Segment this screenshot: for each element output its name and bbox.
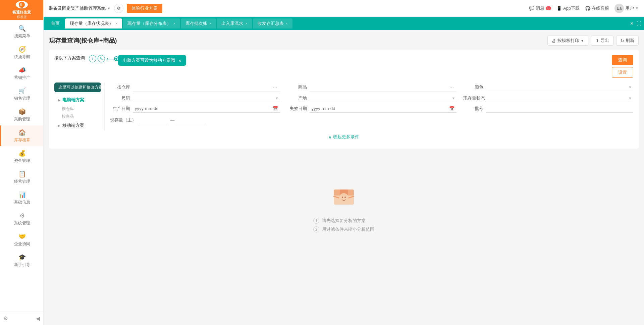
stock-status-select[interactable]: ▼ <box>488 96 633 101</box>
finance-icon: 💰 <box>18 150 26 157</box>
tab-close-batch-account[interactable]: × <box>209 21 211 25</box>
sidebar-item-finance[interactable]: 💰 资金管理 <box>0 146 43 167</box>
color-select[interactable]: ▼ <box>486 85 633 90</box>
stock-max-input[interactable] <box>177 116 206 124</box>
settings-icon[interactable]: ⚙ <box>3 315 8 322</box>
back-icon[interactable]: ⟵ <box>106 56 114 62</box>
sidebar-item-enterprise[interactable]: 🤝 企业协同 <box>0 229 43 250</box>
sidebar-item-guide-label: 快捷导航 <box>14 54 30 60</box>
sidebar-item-newbie[interactable]: 🎓 新手引导 <box>0 250 43 271</box>
reset-button[interactable]: 设置 <box>612 67 633 78</box>
warehouse-label: 按仓库 <box>110 84 130 90</box>
origin-arrow-icon: ▼ <box>451 96 455 100</box>
prod-date-calendar-icon[interactable]: 📅 <box>273 106 278 111</box>
sidebar-menu: 🔍 搜索菜单 🧭 快捷导航 📣 营销推广 🛒 销售管理 📦 采购管理 🏠 库存核… <box>0 20 43 312</box>
chevron-up-icon: ∧ <box>328 134 332 140</box>
tab-close-inout-flow[interactable]: × <box>245 21 247 25</box>
sidebar-item-purchase[interactable]: 📦 采购管理 <box>0 105 43 125</box>
sidebar-item-inventory[interactable]: 🏠 库存核算 <box>0 125 43 146</box>
avatar: Ea <box>614 4 624 13</box>
tab-close-all-icon[interactable]: ✕ <box>630 21 634 26</box>
filter-row4: 现存量（主） — <box>110 116 633 124</box>
tab-fullscreen-icon[interactable]: ⛶ <box>637 21 641 26</box>
chevron-down-icon: ▼ <box>107 6 111 10</box>
content-inner: 现存量查询(按仓库+商品) 🖨 按模板打印 ▼ ⬆ 导出 ↻ 刷新 <box>44 30 644 266</box>
logo-subtitle: 标准版 <box>17 15 27 19</box>
size-select[interactable]: ▼ <box>133 96 280 101</box>
tooltip-create-area: 这里可以创建和修改方案哦 × <box>54 83 101 92</box>
tab-inout-flow-label: 出入库流水 <box>221 20 243 26</box>
expire-date-label: 失效日期 <box>287 106 307 112</box>
scheme-popup-container: 电脑方案可设为移动方案哦 × <box>118 55 186 66</box>
app-download-label: App下载 <box>563 5 580 11</box>
tab-batch-account[interactable]: 库存批次账 × <box>181 18 216 29</box>
system-title[interactable]: 装备及固定资产辅助管理系统 ▼ <box>49 5 111 11</box>
collapse-sidebar-icon[interactable]: ◀ <box>36 315 40 322</box>
empty-steps: 1 请先选择要分析的方案 2 用过滤条件来缩小分析范围 <box>313 216 374 234</box>
search-button[interactable]: 查询 <box>612 55 633 65</box>
expire-date-input[interactable] <box>312 106 448 111</box>
sidebar-item-marketing[interactable]: 📣 营销推广 <box>0 63 43 84</box>
tab-close-inventory-dist[interactable]: × <box>173 21 175 25</box>
sidebar-bottom: ⚙ ◀ <box>0 312 43 325</box>
prod-date-input[interactable] <box>135 106 271 111</box>
guide-dot <box>115 57 118 60</box>
edit-scheme-btn[interactable]: ✎ <box>98 55 105 62</box>
tab-inventory-status[interactable]: 现存量（库存状况表） × <box>65 18 122 29</box>
page-header: 现存量查询(按仓库+商品) 🖨 按模板打印 ▼ ⬆ 导出 ↻ 刷新 <box>49 36 639 46</box>
tab-home[interactable]: 首页 <box>46 18 64 29</box>
sidebar-item-guide[interactable]: 🧭 快捷导航 <box>0 42 43 63</box>
topbar-settings-button[interactable]: ⚙ <box>114 4 123 13</box>
app-download-btn[interactable]: 📱 App下载 <box>556 5 580 11</box>
topbar-left: 装备及固定资产辅助管理系统 ▼ ⚙ 体验行业方案 <box>49 4 162 13</box>
industry-btn[interactable]: 体验行业方案 <box>127 4 162 13</box>
filter-prod-date: 生产日期 📅 <box>110 105 280 113</box>
sidebar-item-basic[interactable]: 📊 基础信息 <box>0 188 43 209</box>
warehouse-input[interactable] <box>134 83 271 91</box>
expire-date-calendar-icon[interactable]: 📅 <box>449 106 454 111</box>
tab-inout-flow[interactable]: 出入库流水 × <box>217 18 252 29</box>
stock-min-input[interactable] <box>139 116 168 124</box>
tab-collect-summary[interactable]: 收发存汇总表 × <box>253 18 292 29</box>
search-btn-group: 查询 设置 <box>612 55 633 78</box>
goods-dots-icon[interactable]: ··· <box>448 84 455 90</box>
collapse-row: ∧ 收起更多条件 <box>54 130 633 143</box>
query-header-area: 按以下方案查询 + ✎ ⟵ 电脑方案可设为移动方案哦 × <box>54 55 633 78</box>
batch-input[interactable] <box>486 105 633 113</box>
add-scheme-btn[interactable]: + <box>89 55 96 62</box>
page-actions: 🖨 按模板打印 ▼ ⬆ 导出 ↻ 刷新 <box>547 36 639 46</box>
scheme-popup-label: 电脑方案可设为移动方案哦 <box>123 57 175 63</box>
origin-select[interactable]: ▼ <box>310 96 457 101</box>
user-menu[interactable]: Ea 用户 ▼ <box>614 4 639 13</box>
scheme-mobile[interactable]: ▶ 移动端方案 <box>54 120 101 130</box>
topbar-right: 💬 消息 6 📱 App下载 🎧 在线客服 Ea 用户 ▼ <box>529 4 639 13</box>
sidebar-item-operation[interactable]: 📋 经营管理 <box>0 167 43 188</box>
support-btn[interactable]: 🎧 在线客服 <box>585 5 609 11</box>
tab-close-inventory-status[interactable]: × <box>115 21 117 25</box>
tab-close-collect-summary[interactable]: × <box>286 21 288 25</box>
scheme-pc[interactable]: ▶ 电脑端方案 <box>54 95 101 105</box>
operation-icon: 📋 <box>18 170 26 178</box>
tooltip-create-close[interactable]: × <box>109 85 112 90</box>
sidebar-item-system[interactable]: ⚙ 系统管理 <box>0 209 43 229</box>
export-btn[interactable]: ⬆ 导出 <box>591 36 613 46</box>
collapse-btn[interactable]: ∧ 收起更多条件 <box>328 134 359 140</box>
message-btn[interactable]: 💬 消息 6 <box>529 5 551 11</box>
query-card: 按以下方案查询 + ✎ ⟵ 电脑方案可设为移动方案哦 × <box>49 50 639 149</box>
sidebar-item-inventory-label: 库存核算 <box>14 137 30 143</box>
sidebar-item-search[interactable]: 🔍 搜索菜单 <box>0 21 43 42</box>
refresh-btn[interactable]: ↻ 刷新 <box>616 36 639 46</box>
export-label: 导出 <box>600 38 609 44</box>
scheme-popup-close[interactable]: × <box>178 58 181 63</box>
print-label: 按模板打印 <box>557 38 579 44</box>
step-1-num: 1 <box>313 218 319 224</box>
sidebar-item-sales[interactable]: 🛒 销售管理 <box>0 84 43 105</box>
goods-input[interactable] <box>311 83 448 91</box>
size-label: 尺码 <box>110 95 130 101</box>
warehouse-dots-icon[interactable]: ··· <box>271 84 278 90</box>
tab-inventory-dist[interactable]: 现存量（库存分布表） × <box>123 18 180 29</box>
print-btn[interactable]: 🖨 按模板打印 ▼ <box>547 36 588 46</box>
print-icon: 🖨 <box>552 38 556 43</box>
filter-area: 按仓库 ··· 商品 ··· <box>110 83 633 130</box>
filter-row3: 生产日期 📅 失效日期 📅 <box>110 105 633 113</box>
